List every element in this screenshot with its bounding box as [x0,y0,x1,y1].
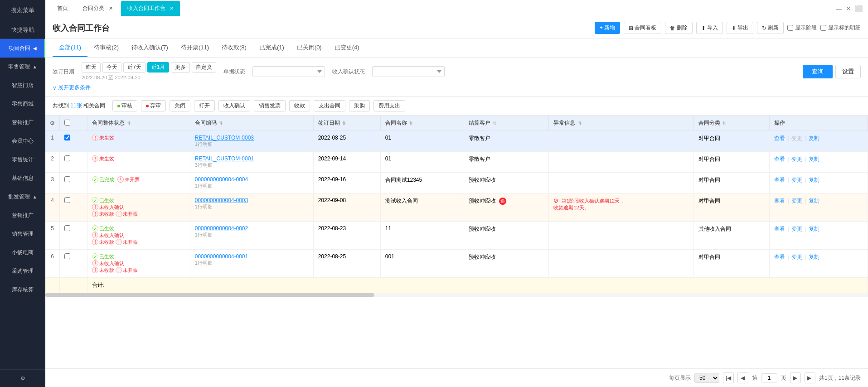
view-btn[interactable]: 查看 [774,156,785,162]
import-button[interactable]: ⬆ 导入 [696,22,723,34]
tab-income-workbench[interactable]: 收入合同工作台 ✕ [121,1,180,16]
date-btn-custom[interactable]: 自定义 [192,62,216,73]
select-all-checkbox[interactable] [64,120,70,126]
sort-icon[interactable]: ⇅ [578,121,582,126]
change-btn[interactable]: 变更 [791,177,802,183]
copy-btn[interactable]: 复制 [809,198,820,204]
query-button[interactable]: 查询 [803,65,833,78]
subtab-all[interactable]: 全部(11) [53,39,87,57]
column-settings-icon[interactable]: ⚙ [50,120,55,126]
minimize-icon[interactable]: — [836,5,842,12]
view-btn[interactable]: 查看 [774,226,785,232]
collection-btn[interactable]: 收款 [289,100,310,111]
subtab-pending-confirm[interactable]: 待收入确认(7) [125,39,175,57]
copy-btn[interactable]: 复制 [809,254,820,260]
sort-icon[interactable]: ⇅ [127,121,131,126]
overdue-tag[interactable]: 逾 [499,198,506,205]
date-btn-7days[interactable]: 近7天 [123,62,145,73]
contract-board-button[interactable]: ⊞ 合同看板 [624,22,661,34]
contract-link[interactable]: 0000000000004-0001 [195,253,248,260]
sidebar-item-retail[interactable]: 零售管理 ▲ [0,58,45,76]
contract-link[interactable]: RETAIL_CUSTOM-0001 [195,155,254,162]
view-btn[interactable]: 查看 [774,135,785,141]
close-icon[interactable]: ✕ [170,5,174,11]
add-button[interactable]: + 新增 [595,22,620,34]
refresh-button[interactable]: ↻ 刷新 [757,22,784,34]
sidebar-settings[interactable]: ⚙ [0,369,45,387]
sidebar-item-member[interactable]: 会员中心 [0,132,45,150]
last-page-btn[interactable]: ▶| [805,372,815,383]
sort-icon[interactable]: ⇅ [342,121,346,126]
sidebar-item-purchase[interactable]: 采购管理 [0,262,45,281]
subtab-pending-invoice[interactable]: 待开票(11) [175,39,215,57]
sidebar-item-retail-stats[interactable]: 零售统计 [0,150,45,169]
close-window-icon[interactable]: ✕ [846,5,851,12]
sort-icon[interactable]: ⇅ [409,121,413,126]
sidebar-item-smart-store[interactable]: 智慧门店 [0,76,45,95]
copy-btn[interactable]: 复制 [809,156,820,162]
view-btn[interactable]: 查看 [774,177,785,183]
show-stages-checkbox[interactable]: 显示阶段 [787,24,817,32]
view-btn[interactable]: 查看 [774,254,785,260]
maximize-icon[interactable]: ⬜ [855,5,863,12]
income-confirm-select[interactable] [372,66,445,77]
sales-invoice-btn[interactable]: 销售发票 [254,100,286,111]
sidebar-item-marketing2[interactable]: 营销推广 [0,206,45,225]
date-btn-today[interactable]: 今天 [102,62,121,73]
contract-link[interactable]: 0000000000004-0003 [195,197,248,203]
contract-link[interactable]: RETAIL_CUSTOM-0003 [195,135,254,141]
page-input[interactable] [761,373,777,382]
date-btn-1month[interactable]: 近1月 [147,62,170,73]
view-btn[interactable]: 查看 [774,198,785,204]
subtab-changed[interactable]: 已变更(4) [328,39,366,57]
expand-filter-btn[interactable]: ∨ 展开更多条件 [53,84,861,92]
change-btn[interactable]: 变更 [791,156,802,162]
contract-link[interactable]: 0000000000004-0004 [195,176,248,183]
sidebar-quick-nav[interactable]: 快捷导航 [0,21,45,39]
scrollbar-thumb[interactable] [45,293,374,297]
sidebar-item-retail-mall[interactable]: 零售商城 [0,95,45,113]
sort-icon[interactable]: ⇅ [493,121,496,126]
horizontal-scrollbar[interactable] [45,293,868,297]
change-btn[interactable]: 变更 [791,226,802,232]
prev-page-btn[interactable]: ◀ [737,372,748,383]
copy-btn[interactable]: 复制 [809,177,820,183]
sidebar-item-inventory[interactable]: 库存核算 [0,281,45,299]
tab-contract-type[interactable]: 合同分类 ✕ [76,1,119,16]
purchase-btn[interactable]: 采购 [349,100,370,111]
subtab-done[interactable]: 已完成(1) [253,39,291,57]
per-page-select[interactable]: 10 20 50 100 [694,373,719,383]
export-button[interactable]: ⬇ 导出 [727,22,753,34]
sidebar-item-sales[interactable]: 销售管理 [0,225,45,243]
sidebar-item-project[interactable]: 项目合同 ◀ [0,39,45,58]
change-btn[interactable]: 变更 [791,254,802,260]
cost-out-btn[interactable]: 费用支出 [373,100,405,111]
open-contract-btn[interactable]: 打开 [194,100,215,111]
sidebar-item-marketing[interactable]: 营销推广 [0,113,45,132]
sort-icon[interactable]: ⇅ [723,121,726,126]
date-btn-more[interactable]: 更多 [171,62,190,73]
delete-button[interactable]: 🗑 删除 [665,22,693,34]
subtab-closed[interactable]: 已关闭(0) [291,39,328,57]
date-btn-yesterday[interactable]: 昨天 [82,62,101,73]
sidebar-item-base-info[interactable]: 基础信息 [0,169,45,188]
next-page-btn[interactable]: ▶ [790,372,801,383]
close-icon[interactable]: ✕ [109,5,113,11]
change-btn[interactable]: 变更 [791,198,802,204]
reset-button[interactable]: 设置 [835,65,861,78]
abandon-btn[interactable]: 弃审 [141,100,166,111]
copy-btn[interactable]: 复制 [809,135,820,141]
expense-out-btn[interactable]: 支出合同 [314,100,345,111]
sidebar-item-wholesale[interactable]: 批发管理 ▲ [0,188,45,206]
copy-btn[interactable]: 复制 [809,226,820,232]
subtab-pending-collection[interactable]: 待收款(8) [215,39,253,57]
subtab-pending-review[interactable]: 待审核(2) [87,39,125,57]
first-page-btn[interactable]: |◀ [723,372,734,383]
close-contract-btn[interactable]: 关闭 [170,100,190,111]
income-confirm-btn[interactable]: 收入确认 [218,100,250,111]
doc-status-select[interactable] [252,66,325,77]
sidebar-search[interactable]: 搜索菜单 [0,0,45,21]
tab-home[interactable]: 首页 [51,1,74,16]
show-detail-checkbox[interactable]: 显示标的明细 [820,24,861,32]
contract-link[interactable]: 0000000000004-0002 [195,225,248,232]
